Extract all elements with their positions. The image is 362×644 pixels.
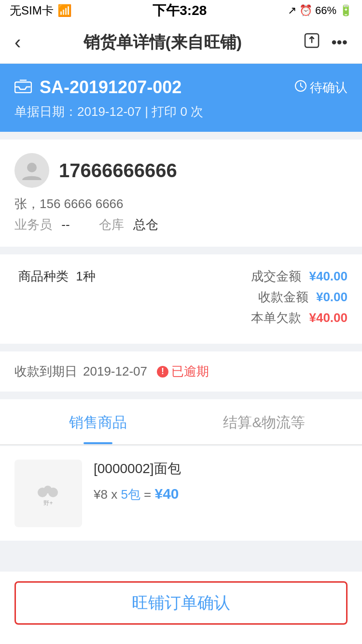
overdue-badge: ! 已逾期 [157,363,209,380]
location-icon: ↗ [288,4,296,17]
svg-point-6 [44,486,52,493]
customer-meta: 业务员 -- 仓库 总仓 [14,216,348,233]
price-formula: ¥8 x [94,487,121,502]
received-label: 收款金额 [258,289,308,306]
header-date: 单据日期：2019-12-07 | 打印 0 次 [14,103,348,120]
nav-bar: ‹ 销货单详情(来自旺铺) ••• [0,21,362,64]
status-right: ↗ ⏰ 66% 🔋 [288,4,352,17]
overdue-dot-icon: ! [157,366,168,378]
tab-sales[interactable]: 销售商品 [14,399,181,444]
warehouse-label: 仓库 [99,217,124,232]
svg-point-3 [27,163,37,172]
clock-icon [294,80,307,96]
salesman-label: 业务员 [14,217,52,232]
order-id: SA-20191207-002 [14,77,181,98]
due-date-value: 2019-12-07 [83,364,147,379]
nav-actions: ••• [304,33,348,52]
status-badge: 待确认 [294,79,348,96]
status-time: 下午3:28 [153,1,207,20]
owed-row: 本单欠款 ¥40.00 [251,309,348,326]
share-button[interactable] [304,33,320,52]
battery-text: 66% [315,4,336,17]
info-card: 商品种类 1种 成交金额 ¥40.00 收款金额 ¥0.00 本单欠款 ¥40.… [0,254,362,344]
equals-sign: = [140,487,155,502]
product-section: 野+ [0000002]面包 ¥8 x 5包 = ¥40 [0,446,362,541]
customer-phone: 17666666666 [59,160,177,182]
more-button[interactable]: ••• [331,33,348,51]
customer-row: 17666666666 [14,153,348,188]
avatar [14,153,49,188]
customer-card: 17666666666 张，156 6666 6666 业务员 -- 仓库 总仓 [0,140,362,247]
product-total: ¥40 [154,486,179,502]
amount-row: 成交金额 ¥40.00 [251,268,348,285]
info-row: 商品种类 1种 成交金额 ¥40.00 收款金额 ¥0.00 本单欠款 ¥40.… [14,268,348,330]
status-bar: 无SIM卡 📶 下午3:28 ↗ ⏰ 66% 🔋 [0,0,362,21]
received-value: ¥0.00 [316,290,348,305]
confirm-order-button[interactable]: 旺铺订单确认 [14,581,348,625]
alarm-icon: ⏰ [299,4,312,17]
product-type-value: 1种 [76,269,95,283]
carrier-text: 无SIM卡 [10,3,54,18]
header-top: SA-20191207-002 待确认 [14,77,348,98]
product-type-label: 商品种类 [18,269,69,283]
header-card: SA-20191207-002 待确认 单据日期：2019-12-07 | 打印… [0,64,362,132]
amount-label: 成交金额 [251,268,301,285]
battery-icon: 🔋 [339,4,352,17]
info-left: 商品种类 1种 [14,268,96,288]
overdue-text: 已逾期 [171,363,209,380]
product-type: 商品种类 1种 [14,268,96,285]
svg-text:野+: 野+ [43,500,53,506]
tabs: 销售商品 结算&物流等 [0,399,362,444]
info-right: 成交金额 ¥40.00 收款金额 ¥0.00 本单欠款 ¥40.00 [251,268,348,330]
status-left: 无SIM卡 📶 [10,3,72,18]
product-price: ¥8 x 5包 = ¥40 [94,486,348,503]
due-date-card: 收款到期日 2019-12-07 ! 已逾期 [0,351,362,392]
customer-name: 张，156 6666 6666 [14,196,348,212]
tabs-container: 销售商品 结算&物流等 [0,399,362,445]
wifi-icon: 📶 [57,4,72,17]
inbox-icon [14,77,32,98]
due-date-label: 收款到期日 [14,363,77,380]
product-thumbnail: 野+ [14,460,82,527]
back-button[interactable]: ‹ [14,31,21,53]
tab-settlement[interactable]: 结算&物流等 [181,399,348,444]
owed-label: 本单欠款 [251,309,301,326]
received-row: 收款金额 ¥0.00 [251,289,348,306]
salesman-value: -- [61,217,70,232]
product-info: [0000002]面包 ¥8 x 5包 = ¥40 [94,460,348,503]
warehouse-value: 总仓 [133,217,158,232]
bottom-bar: 旺铺订单确认 [0,572,362,644]
product-name: [0000002]面包 [94,460,348,478]
page-title: 销货单详情(来自旺铺) [84,31,242,54]
product-item: 野+ [0000002]面包 ¥8 x 5包 = ¥40 [14,460,348,527]
owed-value: ¥40.00 [309,310,348,325]
amount-value: ¥40.00 [309,269,348,284]
product-qty: 5包 [121,487,140,502]
status-text: 待确认 [310,79,348,96]
